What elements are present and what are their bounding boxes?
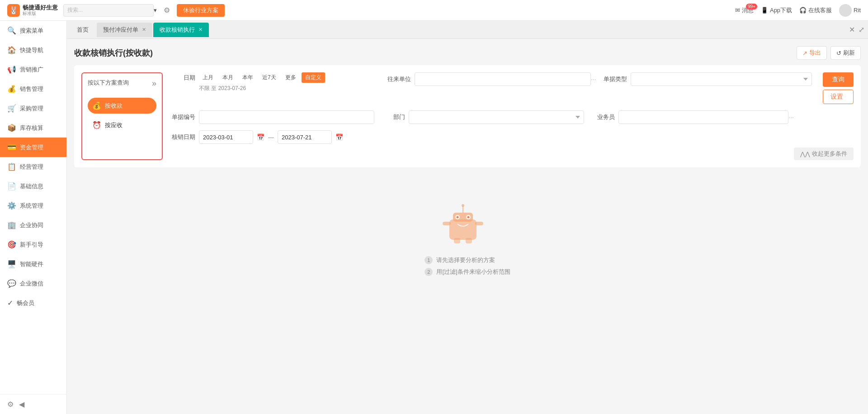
sidebar-item-marketing[interactable]: 📢 营销推广 xyxy=(0,60,66,79)
page-content: 收款核销执行(按收款) ↗ 导出 ↺ 刷新 按以下方案 xyxy=(67,39,868,414)
staff-dots-icon[interactable]: ··· xyxy=(788,114,794,121)
partner-label: 往来单位 xyxy=(386,75,411,83)
verify-date-end-input[interactable] xyxy=(278,130,332,144)
app-icon: 📱 xyxy=(761,7,768,14)
user-avatar[interactable]: Rit xyxy=(839,4,861,17)
sidebar-item-system[interactable]: ⚙️ 系统管理 xyxy=(0,196,66,215)
date-filter-buttons: 上月 本月 本年 近7天 更多 自定义 xyxy=(199,72,325,83)
date-btn-this-year[interactable]: 本年 xyxy=(239,72,257,83)
svg-point-4 xyxy=(457,216,459,219)
date-label: 日期 xyxy=(170,74,195,82)
date-btn-custom[interactable]: 自定义 xyxy=(302,72,325,83)
sidebar-item-inventory[interactable]: 📦 库存核算 xyxy=(0,118,66,138)
tip-number-1: 1 xyxy=(425,256,433,264)
settings-icon[interactable]: ⚙ xyxy=(160,4,173,17)
dept-select[interactable] xyxy=(409,110,584,124)
sidebar-label-wechat: 企业微信 xyxy=(20,280,43,288)
sidebar-item-enterprise[interactable]: 🏢 企业协同 xyxy=(0,215,66,235)
svg-rect-7 xyxy=(475,222,483,225)
app-download-label: App下载 xyxy=(770,6,792,14)
system-icon: ⚙️ xyxy=(7,201,16,210)
sidebar-item-search-menu[interactable]: 🔍 搜索菜单 xyxy=(0,21,66,40)
tab-receipt-verify[interactable]: 收款核销执行 ✕ xyxy=(153,23,209,37)
staff-input[interactable] xyxy=(618,110,788,124)
message-icon: ✉ xyxy=(735,7,740,14)
svg-rect-0 xyxy=(449,219,476,240)
collapse-up-icon: ⋀⋀ xyxy=(800,151,810,157)
doc-type-label: 单据类型 xyxy=(602,75,627,83)
tab-home[interactable]: 首页 xyxy=(71,22,95,38)
tab-close-all-icon[interactable]: ✕ xyxy=(849,25,855,34)
refresh-label: 刷新 xyxy=(843,49,855,57)
tip-text-2: 用[过滤]条件来缩小分析范围 xyxy=(436,268,510,276)
date-btn-7days[interactable]: 近7天 xyxy=(259,72,280,83)
filter-left-title: 按以下方案查询 xyxy=(88,79,129,87)
dropdown-btn[interactable]: ▾ xyxy=(154,7,157,14)
purchase-icon: 🛒 xyxy=(7,104,16,113)
sidebar-collapse-icon[interactable]: ◀ xyxy=(19,400,24,409)
filter-option-by-receipt[interactable]: 💰 按收款 xyxy=(88,98,156,114)
filter-actions: 查询 设置 xyxy=(823,72,854,104)
bottom-settings-icon[interactable]: ⚙ xyxy=(7,400,14,409)
date-btn-more[interactable]: 更多 xyxy=(282,72,300,83)
docno-input[interactable] xyxy=(199,110,374,124)
sidebar-item-wechat[interactable]: 💬 企业微信 xyxy=(0,274,66,293)
export-button[interactable]: ↗ 导出 xyxy=(797,46,827,60)
logo-main: 畅捷通好生意 xyxy=(23,4,58,11)
message-btn[interactable]: ✉ 消息 99+ xyxy=(735,6,754,14)
top-bar: 🐰 畅捷通好生意 标准版 搜索... ▾ ⚙ 休验行业方案 ✉ 消息 99+ 📱… xyxy=(0,0,868,21)
collapse-btn[interactable]: ⋀⋀ 收起更多条件 xyxy=(794,148,854,160)
layout: 🔍 搜索菜单 🏠 快捷导航 📢 营销推广 💰 销售管理 🛒 采购管理 📦 库存核… xyxy=(0,21,868,414)
industry-btn[interactable]: 休验行业方案 xyxy=(177,4,225,17)
message-badge: 99+ xyxy=(746,4,757,10)
sidebar-item-sales[interactable]: 💰 销售管理 xyxy=(0,79,66,99)
inventory-icon: 📦 xyxy=(7,124,16,132)
sidebar-item-hardware[interactable]: 🖥️ 智能硬件 xyxy=(0,254,66,274)
svg-rect-9 xyxy=(466,238,472,243)
search-box[interactable]: 搜索... xyxy=(63,4,154,17)
date-end-calendar-icon[interactable]: 📅 xyxy=(335,133,343,141)
user-name: Rit xyxy=(854,7,861,14)
filter-collapse-icon[interactable]: » xyxy=(152,79,156,88)
filter-option-receivable-label: 按应收 xyxy=(105,121,123,129)
sidebar-item-operation[interactable]: 📋 经营管理 xyxy=(0,157,66,176)
sidebar: 🔍 搜索菜单 🏠 快捷导航 📢 营销推广 💰 销售管理 🛒 采购管理 📦 库存核… xyxy=(0,21,67,414)
sidebar-item-basic-info[interactable]: 📄 基础信息 xyxy=(0,176,66,196)
verify-date-range: 📅 — 📅 xyxy=(199,130,343,144)
sidebar-item-quick-nav[interactable]: 🏠 快捷导航 xyxy=(0,40,66,60)
doc-type-select[interactable] xyxy=(631,72,812,86)
date-start-calendar-icon[interactable]: 📅 xyxy=(257,133,264,141)
sidebar-item-finance[interactable]: 💳 资金管理 xyxy=(0,138,66,157)
date-btn-this-month[interactable]: 本月 xyxy=(219,72,237,83)
query-button[interactable]: 查询 xyxy=(823,72,854,87)
tab-prepay-label: 预付冲应付单 xyxy=(103,26,138,34)
guide-icon: 🎯 xyxy=(7,240,16,249)
filter-option-by-receivable[interactable]: ⏰ 按应收 xyxy=(88,117,156,133)
verify-date-start-input[interactable] xyxy=(199,130,253,144)
sidebar-label-purchase: 采购管理 xyxy=(20,105,43,113)
tab-prepay[interactable]: 预付冲应付单 ✕ xyxy=(97,23,152,37)
tip-text-1: 请先选择要分析的方案 xyxy=(436,256,495,264)
partner-input[interactable] xyxy=(415,72,591,86)
tab-prepay-close-icon[interactable]: ✕ xyxy=(142,27,146,33)
sidebar-item-member[interactable]: ✓ 畅会员 xyxy=(0,293,66,313)
partner-dots-icon[interactable]: ··· xyxy=(591,76,596,83)
sidebar-label-search-menu: 搜索菜单 xyxy=(20,27,43,35)
tab-receipt-verify-close-icon[interactable]: ✕ xyxy=(198,27,203,33)
search-icon: 🔍 xyxy=(7,26,16,35)
logo-text: 畅捷通好生意 标准版 xyxy=(23,4,58,17)
enterprise-icon: 🏢 xyxy=(7,221,16,229)
date-btn-last-month[interactable]: 上月 xyxy=(199,72,217,83)
sidebar-item-purchase[interactable]: 🛒 采购管理 xyxy=(0,99,66,118)
tab-bar-right: ✕ ⤢ xyxy=(849,25,864,34)
filter-left-panel: 按以下方案查询 » 💰 按收款 ⏰ 按应收 xyxy=(81,72,163,160)
logo: 🐰 畅捷通好生意 标准版 xyxy=(7,4,58,17)
online-service-btn[interactable]: 🎧 在线客服 xyxy=(799,6,832,14)
page-header: 收款核销执行(按收款) ↗ 导出 ↺ 刷新 xyxy=(74,46,861,60)
app-download-btn[interactable]: 📱 App下载 xyxy=(761,6,792,14)
refresh-button[interactable]: ↺ 刷新 xyxy=(830,46,861,60)
settings-button[interactable]: 设置 xyxy=(823,90,854,104)
tab-expand-icon[interactable]: ⤢ xyxy=(859,25,864,34)
sidebar-item-guide[interactable]: 🎯 新手引导 xyxy=(0,235,66,254)
receivable-icon: ⏰ xyxy=(92,121,101,129)
